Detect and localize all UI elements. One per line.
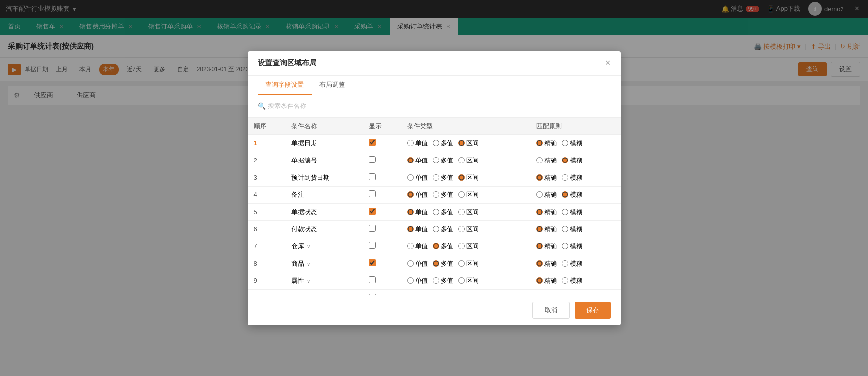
range-radio[interactable] [458, 260, 465, 267]
row-show[interactable] [363, 220, 401, 238]
row-show[interactable] [363, 134, 401, 152]
tab-layout-adjust[interactable]: 布局调整 [312, 76, 353, 95]
exact-radio[interactable] [536, 157, 543, 163]
row-show[interactable] [363, 169, 401, 186]
range-radio-label[interactable]: 区间 [458, 242, 479, 251]
fuzzy-radio-label[interactable]: 模糊 [562, 276, 582, 278]
show-checkbox[interactable] [369, 156, 376, 163]
modal-close-btn[interactable]: × [605, 58, 611, 68]
multi-radio[interactable] [433, 157, 439, 163]
row-show[interactable] [363, 255, 401, 272]
multi-radio-label[interactable]: 多值 [433, 225, 453, 234]
fuzzy-radio[interactable] [562, 209, 568, 215]
single-radio-label[interactable]: 单值 [407, 190, 428, 199]
single-radio-label[interactable]: 单值 [407, 208, 428, 216]
exact-radio[interactable] [536, 140, 543, 146]
show-checkbox[interactable] [369, 225, 376, 232]
row-show[interactable] [363, 203, 401, 220]
exact-radio-label[interactable]: 精确 [536, 276, 557, 278]
range-radio[interactable] [458, 226, 465, 232]
multi-radio-label[interactable]: 多值 [433, 242, 453, 251]
show-checkbox[interactable] [369, 208, 376, 215]
single-radio[interactable] [407, 243, 414, 249]
multi-radio[interactable] [433, 174, 439, 181]
multi-radio-label[interactable]: 多值 [433, 139, 453, 148]
range-radio-label[interactable]: 区间 [458, 276, 479, 278]
single-radio-label[interactable]: 单值 [407, 225, 428, 234]
range-radio-label[interactable]: 区间 [458, 173, 479, 182]
fuzzy-radio-label[interactable]: 模糊 [562, 190, 582, 199]
multi-radio[interactable] [433, 209, 439, 215]
multi-radio[interactable] [433, 243, 439, 249]
multi-radio-label[interactable]: 多值 [433, 259, 453, 268]
single-radio-label[interactable]: 单值 [407, 276, 428, 278]
single-radio[interactable] [407, 209, 414, 215]
single-radio-label[interactable]: 单值 [407, 242, 428, 251]
multi-radio-label[interactable]: 多值 [433, 208, 453, 216]
fuzzy-radio[interactable] [562, 260, 568, 267]
single-radio[interactable] [407, 140, 414, 146]
range-radio[interactable] [458, 140, 465, 146]
fuzzy-radio[interactable] [562, 243, 568, 249]
fuzzy-radio-label[interactable]: 模糊 [562, 139, 582, 148]
fuzzy-radio-label[interactable]: 模糊 [562, 208, 582, 216]
range-radio-label[interactable]: 区间 [458, 225, 479, 234]
single-radio[interactable] [407, 191, 414, 198]
exact-radio-label[interactable]: 精确 [536, 156, 557, 165]
multi-radio[interactable] [433, 140, 439, 146]
row-show[interactable] [363, 238, 401, 255]
single-radio-label[interactable]: 单值 [407, 139, 428, 148]
fuzzy-radio[interactable] [562, 226, 568, 232]
multi-radio-label[interactable]: 多值 [433, 190, 453, 199]
range-radio-label[interactable]: 区间 [458, 156, 479, 165]
single-radio[interactable] [407, 157, 414, 163]
fuzzy-radio-label[interactable]: 模糊 [562, 242, 582, 251]
multi-radio-label[interactable]: 多值 [433, 173, 453, 182]
exact-radio[interactable] [536, 243, 543, 249]
range-radio-label[interactable]: 区间 [458, 259, 479, 268]
row-show[interactable] [363, 272, 401, 277]
fuzzy-radio[interactable] [562, 140, 568, 146]
exact-radio-label[interactable]: 精确 [536, 225, 557, 234]
exact-radio[interactable] [536, 260, 543, 267]
single-radio[interactable] [407, 226, 414, 232]
range-radio-label[interactable]: 区间 [458, 190, 479, 199]
fuzzy-radio-label[interactable]: 模糊 [562, 259, 582, 268]
multi-radio[interactable] [433, 260, 439, 267]
multi-radio[interactable] [433, 191, 439, 198]
fuzzy-radio[interactable] [562, 174, 568, 181]
fuzzy-radio-label[interactable]: 模糊 [562, 173, 582, 182]
exact-radio-label[interactable]: 精确 [536, 259, 557, 268]
exact-radio-label[interactable]: 精确 [536, 173, 557, 182]
exact-radio[interactable] [536, 174, 543, 181]
exact-radio[interactable] [536, 209, 543, 215]
row-show[interactable] [363, 186, 401, 203]
show-checkbox[interactable] [369, 139, 376, 146]
range-radio[interactable] [458, 191, 465, 198]
multi-radio[interactable] [433, 226, 439, 232]
fuzzy-radio[interactable] [562, 157, 568, 163]
single-radio-label[interactable]: 单值 [407, 156, 428, 165]
fuzzy-radio-label[interactable]: 模糊 [562, 225, 582, 234]
tab-query-fields[interactable]: 查询字段设置 [258, 76, 312, 95]
show-checkbox[interactable] [369, 259, 376, 266]
multi-radio-label[interactable]: 多值 [433, 276, 453, 278]
exact-radio-label[interactable]: 精确 [536, 208, 557, 216]
show-checkbox[interactable] [369, 242, 376, 249]
single-radio[interactable] [407, 260, 414, 267]
search-input[interactable] [268, 102, 342, 109]
fuzzy-radio-label[interactable]: 模糊 [562, 156, 582, 165]
show-checkbox[interactable] [369, 276, 376, 277]
range-radio-label[interactable]: 区间 [458, 139, 479, 148]
exact-radio-label[interactable]: 精确 [536, 242, 557, 251]
range-radio[interactable] [458, 209, 465, 215]
exact-radio[interactable] [536, 191, 543, 198]
single-radio[interactable] [407, 174, 414, 181]
fuzzy-radio[interactable] [562, 191, 568, 198]
exact-radio-label[interactable]: 精确 [536, 139, 557, 148]
range-radio[interactable] [458, 157, 465, 163]
range-radio-label[interactable]: 区间 [458, 208, 479, 216]
exact-radio-label[interactable]: 精确 [536, 190, 557, 199]
single-radio-label[interactable]: 单值 [407, 259, 428, 268]
row-show[interactable] [363, 152, 401, 169]
